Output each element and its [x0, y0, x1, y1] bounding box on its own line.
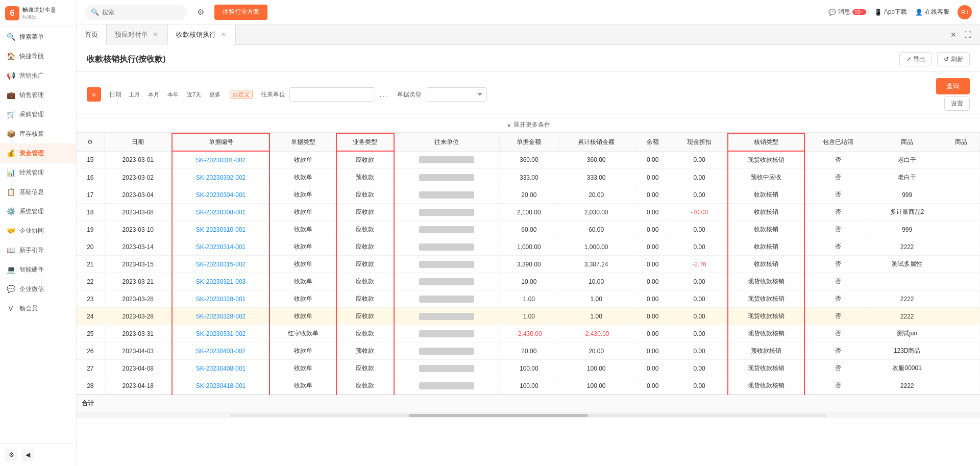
sidebar-item-member[interactable]: V 畅会员: [0, 299, 76, 318]
sidebar-item-enterprise[interactable]: 🤝 企业协同: [0, 221, 76, 240]
app-download-btn[interactable]: 📱 App下载: [874, 8, 907, 16]
doc-link[interactable]: SK-20230331-002: [196, 330, 246, 337]
blurred-value: ████████: [419, 278, 474, 285]
sidebar-item-marketing[interactable]: 📢 营销推广: [0, 66, 76, 85]
cell-partner: ████████: [394, 238, 500, 256]
cell-product: 2222: [871, 290, 943, 308]
cell-cash_discount: 0.00: [671, 290, 728, 308]
filter-expand-button[interactable]: »: [87, 87, 101, 102]
solution-button[interactable]: 体验行业方案: [214, 5, 267, 20]
close-window-btn[interactable]: ✕: [947, 29, 960, 41]
cell-doc_no[interactable]: SK-20230331-002: [172, 325, 270, 342]
doc-link[interactable]: SK-20230315-002: [196, 261, 246, 268]
cell-doc_no[interactable]: SK-20230308-001: [172, 204, 270, 221]
cell-doc_no[interactable]: SK-20230418-001: [172, 377, 270, 395]
cell-date: 2023-03-28: [104, 290, 172, 308]
notifications-btn[interactable]: 💬 消息 99+: [828, 8, 866, 16]
tab-home[interactable]: 首页: [77, 24, 107, 45]
col-header-biz_type: 业务类型: [336, 133, 394, 151]
settings-icon[interactable]: ⚙: [5, 449, 17, 461]
sidebar-item-operations[interactable]: 📊 经营管理: [0, 163, 76, 182]
doc-link[interactable]: SK-20230302-002: [196, 174, 246, 181]
sidebar-item-hardware[interactable]: 💻 智能硬件: [0, 260, 76, 279]
sidebar-item-system[interactable]: ⚙️ 系统管理: [0, 202, 76, 221]
cell-cancel_type: 收款核销: [728, 256, 805, 273]
window-buttons: ✕ ⛶: [941, 29, 980, 41]
online-service-btn[interactable]: 👤 在线客服: [915, 8, 949, 16]
cell-doc_no[interactable]: SK-20230408-001: [172, 360, 270, 377]
doc-link[interactable]: SK-20230301-002: [196, 157, 246, 164]
partner-input[interactable]: [289, 87, 375, 102]
doc-link[interactable]: SK-20230403-002: [196, 348, 246, 355]
date-btn-本月[interactable]: 本月: [145, 90, 162, 100]
doc-link[interactable]: SK-20230418-001: [196, 382, 246, 389]
sidebar-item-inventory[interactable]: 📦 库存核算: [0, 124, 76, 143]
expand-more-button[interactable]: ∨ 展开更多条件: [507, 120, 550, 129]
cell-doc_no[interactable]: SK-20230328-001: [172, 290, 270, 308]
cell-doc_no[interactable]: SK-20230301-002: [172, 151, 270, 169]
tab-close-receivables[interactable]: ✕: [151, 31, 159, 39]
doc-link[interactable]: SK-20230314-001: [196, 243, 246, 251]
tab-receivables[interactable]: 预应对付单✕: [107, 24, 168, 45]
refresh-icon: ↺: [944, 56, 949, 63]
sidebar-item-search[interactable]: 🔍 搜索菜单: [0, 27, 76, 46]
user-avatar[interactable]: Rit: [958, 5, 972, 19]
date-btn-本年[interactable]: 本年: [164, 90, 182, 100]
doc-link[interactable]: SK-20230328-001: [196, 296, 246, 303]
filter-settings-button[interactable]: 设置: [944, 96, 970, 111]
doc-link[interactable]: SK-20230321-003: [196, 278, 246, 285]
collapse-icon[interactable]: ◀: [21, 449, 34, 461]
cell-doc_no[interactable]: SK-20230315-002: [172, 256, 270, 273]
sidebar: 6 畅康道好生意 标推版 🔍 搜索菜单 🏠 快捷导航 📢 营销推广 💼 销售管理…: [0, 0, 77, 466]
doctype-select[interactable]: [426, 87, 487, 102]
cell-cancel_type: 预收款核销: [728, 342, 805, 360]
cell-amount: 1.00: [500, 308, 558, 325]
cell-doc_no[interactable]: SK-20230314-001: [172, 238, 270, 256]
export-button[interactable]: ↗ 导出: [899, 52, 932, 66]
sidebar-item-capital[interactable]: 💰 资金管理: [0, 143, 76, 163]
doc-link[interactable]: SK-20230308-001: [196, 209, 246, 216]
cell-no: 20: [77, 238, 104, 256]
date-btn-上月[interactable]: 上月: [126, 90, 143, 100]
partner-search-icon[interactable]: ...: [379, 90, 389, 99]
sidebar-item-sales[interactable]: 💼 销售管理: [0, 85, 76, 105]
refresh-button[interactable]: ↺ 刷新: [937, 52, 970, 66]
search-icon: 🔍: [91, 8, 99, 16]
sidebar-item-basics[interactable]: 📋 基础信息: [0, 182, 76, 202]
maximize-window-btn[interactable]: ⛶: [962, 29, 974, 41]
table-row: 212023-03-15SK-20230315-002收款单应收款███████…: [77, 256, 980, 273]
doc-link[interactable]: SK-20230408-001: [196, 365, 246, 372]
cell-doc_no[interactable]: SK-20230304-001: [172, 186, 270, 204]
doc-link[interactable]: SK-20230310-001: [196, 226, 246, 233]
cell-doc_no[interactable]: SK-20230403-002: [172, 342, 270, 360]
tab-collection[interactable]: 收款核销执行✕: [168, 24, 236, 45]
sidebar-label-sales: 销售管理: [19, 91, 44, 100]
doc-link[interactable]: SK-20230304-001: [196, 191, 246, 199]
sidebar-item-wechat[interactable]: 💬 企业微信: [0, 279, 76, 299]
sidebar-item-guide[interactable]: 📖 新手引导: [0, 240, 76, 260]
sidebar-item-purchase[interactable]: 🛒 采购管理: [0, 105, 76, 124]
search-input[interactable]: [102, 9, 174, 16]
custom-date-btn[interactable]: 自定义: [230, 90, 253, 99]
cell-doc_no[interactable]: SK-20230328-002: [172, 308, 270, 325]
tab-close-collection[interactable]: ✕: [219, 31, 227, 39]
table-row: 172023-03-04SK-20230304-001收款单应收款███████…: [77, 186, 980, 204]
cell-doc_no[interactable]: SK-20230310-001: [172, 221, 270, 238]
topbar-search-box[interactable]: 🔍: [85, 5, 187, 20]
date-btn-更多[interactable]: 更多: [206, 90, 224, 100]
col-header-gear: ⚙: [77, 133, 104, 151]
cell-doc_no[interactable]: SK-20230321-003: [172, 273, 270, 290]
filter-date-buttons: 上月本月本年近7天更多: [126, 90, 224, 100]
cell-biz_type: 应收款: [336, 186, 394, 204]
topbar-gear-icon[interactable]: ⚙: [193, 5, 208, 20]
horizontal-scrollbar[interactable]: [77, 412, 980, 418]
cell-doc_no[interactable]: SK-20230302-002: [172, 169, 270, 186]
cell-include_settled: 否: [804, 360, 871, 377]
query-button[interactable]: 查询: [936, 78, 970, 94]
date-btn-近7天[interactable]: 近7天: [184, 90, 204, 100]
sidebar-item-quick-nav[interactable]: 🏠 快捷导航: [0, 46, 76, 66]
data-table-container: ⚙日期单据编号单据类型业务类型往来单位单据金额累计核销金额余额现金折扣核销类型包…: [77, 133, 980, 466]
cell-cash_discount: 0.00: [671, 151, 728, 169]
cell-include_settled: 否: [804, 169, 871, 186]
doc-link[interactable]: SK-20230328-002: [196, 313, 246, 320]
